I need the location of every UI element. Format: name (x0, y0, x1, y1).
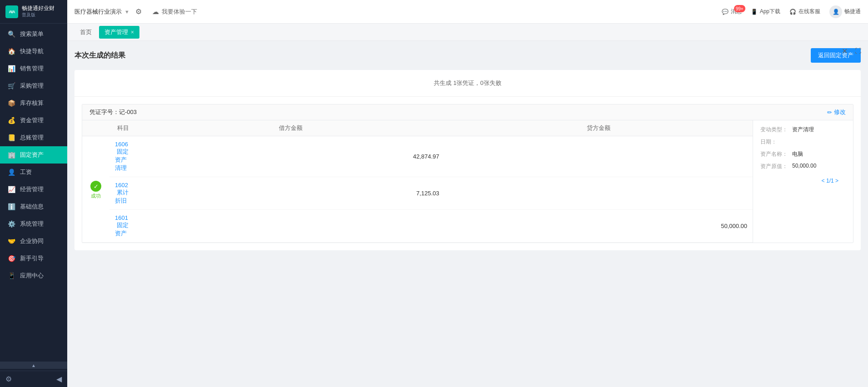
search-icon: 🔍 (7, 30, 15, 38)
close-panel-button[interactable]: ✕ (839, 45, 850, 56)
messages-button[interactable]: 💬 消息 99+ (722, 8, 742, 15)
online-service-button[interactable]: 🎧 在线客服 (789, 8, 820, 15)
sidebar-item-fixed-assets[interactable]: 🏢 固定资产 (0, 146, 67, 164)
tab-asset-management[interactable]: 资产管理 × (99, 26, 139, 39)
sidebar-item-ledger[interactable]: 📒 总账管理 (0, 129, 67, 146)
experience-cloud-icon: ☁ (152, 8, 159, 16)
sidebar-scroll-up[interactable]: ▲ (0, 362, 67, 369)
app-download-button[interactable]: 📱 App下载 (751, 8, 780, 15)
change-type-value: 资产清理 (792, 126, 814, 134)
experience-label: 我要体验一下 (162, 8, 197, 16)
pagination: < 1/1 > (760, 175, 846, 187)
asset-name-label: 资产名称： (760, 150, 792, 158)
sidebar-item-basic-info[interactable]: ℹ️ 基础信息 (0, 198, 67, 215)
sidebar-item-system[interactable]: ⚙️ 系统管理 (0, 215, 67, 233)
col-debit: 借方金额 (137, 120, 445, 136)
company-dropdown-icon: ▼ (124, 9, 129, 15)
sidebar-item-capital[interactable]: 💰 资金管理 (0, 112, 67, 129)
sidebar-bottom: ⚙ ◀ (0, 371, 67, 387)
sidebar-logo: AtA 畅捷通好业财 普及版 (0, 0, 67, 24)
voucher-number: 凭证字号：记-003 (89, 108, 137, 116)
voucher-block: 凭证字号：记-003 ✏ 修改 科目 (82, 104, 853, 243)
sidebar-item-inventory[interactable]: 📦 库存核算 (0, 94, 67, 112)
app-center-icon: 📱 (7, 272, 15, 280)
settings-bottom-icon[interactable]: ⚙ (5, 375, 12, 383)
success-label: 成功 (91, 193, 101, 199)
ledger-icon: 📒 (7, 134, 15, 142)
pagination-prev[interactable]: < (822, 178, 825, 184)
capital-icon: 💰 (7, 116, 15, 124)
collapse-icon[interactable]: ◀ (56, 375, 62, 383)
credit-amount-cell: 50,000.00 (445, 210, 753, 243)
row-status-cell: ✓ 成功 (82, 136, 109, 243)
topbar-settings-button[interactable]: ⚙ (132, 5, 145, 18)
logo-icon: AtA (5, 5, 18, 18)
messages-icon: 💬 (722, 9, 729, 15)
main-area: 医疗器械行业演示 ▼ ⚙ ☁ 我要体验一下 💬 消息 99+ 📱 App下载 🎧… (67, 0, 868, 387)
enterprise-icon: 🤝 (7, 237, 15, 245)
logo-title: 畅捷通好业财 (22, 5, 55, 12)
user-profile-button[interactable]: 👤 畅捷通 (829, 5, 861, 18)
subject-name-cell: 1602 累计折旧 (109, 177, 137, 210)
sidebar-item-salary[interactable]: 👤 工资 (0, 164, 67, 181)
change-type-label: 变动类型： (760, 126, 792, 134)
page-header: 本次生成的结果 返回固定资产 (74, 48, 861, 63)
home-icon: 🏠 (7, 47, 15, 55)
logo-subtitle: 普及版 (22, 12, 55, 18)
info-change-type: 变动类型： 资产清理 (760, 126, 846, 134)
sidebar-item-purchase[interactable]: 🛒 采购管理 (0, 77, 67, 94)
sidebar-item-enterprise[interactable]: 🤝 企业协同 (0, 233, 67, 250)
debit-amount-cell: 7,125.03 (137, 177, 445, 210)
fixed-assets-icon: 🏢 (7, 151, 15, 159)
sidebar-item-quick-nav[interactable]: 🏠 快捷导航 (0, 43, 67, 60)
table-row: 1601 固定资产 50,000.00 (82, 210, 753, 243)
company-name: 医疗器械行业演示 (74, 8, 122, 16)
tab-close-button[interactable]: × (131, 29, 134, 35)
credit-amount-cell (445, 177, 753, 210)
voucher-content: 科目 借方金额 贷方金额 ✓ (82, 120, 853, 243)
table-row: ✓ 成功 1606 固定资产清理 42,874.97 (82, 136, 753, 177)
sidebar: AtA 畅捷通好业财 普及版 🔍 搜索菜单 🏠 快捷导航 📊 销售管理 🛒 采购… (0, 0, 67, 387)
voucher-edit-button[interactable]: ✏ 修改 (827, 108, 846, 116)
info-asset-original: 资产原值： 50,000.00 (760, 163, 846, 170)
expand-panel-button[interactable]: ⛶ (853, 45, 863, 56)
col-subject: 科目 (109, 120, 137, 136)
messages-badge: 99+ (734, 5, 745, 12)
sidebar-item-search[interactable]: 🔍 搜索菜单 (0, 25, 67, 43)
table-row: 1602 累计折旧 7,125.03 (82, 177, 753, 210)
col-credit: 贷方金额 (445, 120, 753, 136)
tabbar: 首页 资产管理 × (67, 24, 868, 41)
tab-home[interactable]: 首页 (74, 25, 97, 39)
topbar: 医疗器械行业演示 ▼ ⚙ ☁ 我要体验一下 💬 消息 99+ 📱 App下载 🎧… (67, 0, 868, 24)
pagination-info: 1/1 (826, 178, 835, 184)
success-indicator: ✓ 成功 (88, 179, 104, 199)
purchase-icon: 🛒 (7, 82, 15, 90)
edit-icon: ✏ (827, 109, 832, 116)
info-asset-name: 资产名称： 电脑 (760, 150, 846, 158)
result-summary: 共生成 1张凭证，0张失败 (74, 70, 861, 97)
experience-button[interactable]: ☁ 我要体验一下 (152, 8, 197, 16)
inventory-icon: 📦 (7, 99, 15, 107)
voucher-info-panel: 变动类型： 资产清理 日期： 资产名称： 电脑 资产原值： (753, 120, 853, 243)
sidebar-item-guide[interactable]: 🎯 新手引导 (0, 250, 67, 267)
col-status (82, 120, 109, 136)
page-title: 本次生成的结果 (74, 51, 125, 60)
success-circle-icon: ✓ (90, 181, 101, 192)
user-icon: 👤 (833, 9, 839, 15)
debit-amount-cell: 42,874.97 (137, 136, 445, 177)
topbar-right: 💬 消息 99+ 📱 App下载 🎧 在线客服 👤 畅捷通 (722, 5, 861, 18)
system-icon: ⚙️ (7, 220, 15, 228)
pagination-next[interactable]: > (835, 178, 838, 184)
subject-name-cell: 1606 固定资产清理 (109, 136, 137, 177)
sidebar-item-sales[interactable]: 📊 销售管理 (0, 60, 67, 77)
asset-name-value: 电脑 (792, 150, 803, 158)
sidebar-nav: 🔍 搜索菜单 🏠 快捷导航 📊 销售管理 🛒 采购管理 📦 库存核算 💰 资金管… (0, 24, 67, 362)
sales-icon: 📊 (7, 64, 15, 73)
service-icon: 🎧 (789, 9, 796, 15)
company-selector[interactable]: 医疗器械行业演示 ▼ (74, 8, 129, 16)
voucher-header: 凭证字号：记-003 ✏ 修改 (82, 104, 853, 120)
basic-info-icon: ℹ️ (7, 203, 15, 211)
sidebar-item-management[interactable]: 📈 经营管理 (0, 181, 67, 198)
voucher-table: 科目 借方金额 贷方金额 ✓ (82, 120, 753, 243)
sidebar-item-app-center[interactable]: 📱 应用中心 (0, 267, 67, 284)
